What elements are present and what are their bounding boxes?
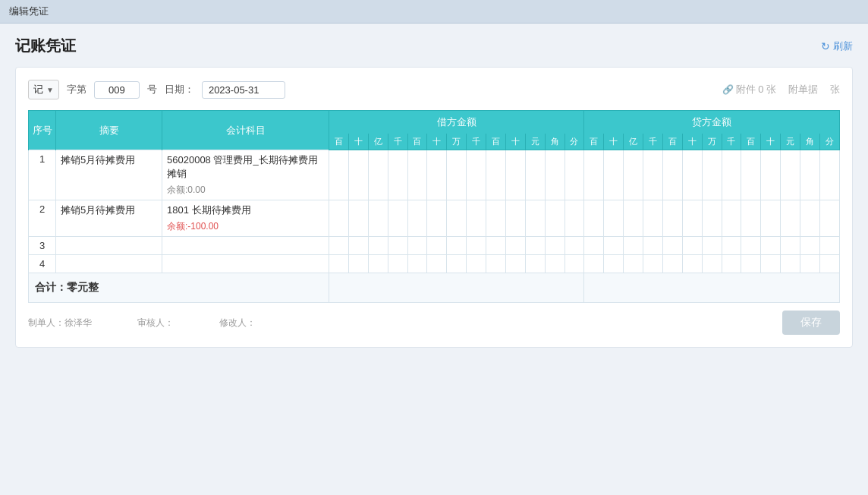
credit-cell[interactable] bbox=[819, 255, 839, 273]
credit-cell[interactable] bbox=[781, 237, 800, 255]
debit-cell[interactable] bbox=[486, 150, 506, 200]
credit-cell[interactable] bbox=[722, 200, 741, 237]
debit-cell[interactable] bbox=[545, 150, 565, 200]
debit-cell[interactable] bbox=[348, 150, 368, 200]
debit-cell[interactable] bbox=[447, 150, 467, 200]
credit-cell[interactable] bbox=[584, 150, 604, 200]
single-attachment-label[interactable]: 附单据 bbox=[788, 83, 818, 96]
credit-cell[interactable] bbox=[781, 150, 800, 200]
credit-cell[interactable] bbox=[741, 150, 761, 200]
credit-cell[interactable] bbox=[682, 200, 702, 237]
debit-cell[interactable] bbox=[467, 200, 486, 237]
debit-cell[interactable] bbox=[565, 150, 584, 200]
voucher-type-btn[interactable]: 记 ▼ bbox=[28, 80, 59, 99]
debit-cell[interactable] bbox=[447, 237, 467, 255]
credit-cell[interactable] bbox=[682, 255, 702, 273]
row-account[interactable] bbox=[162, 255, 329, 273]
credit-cell[interactable] bbox=[781, 255, 800, 273]
credit-cell[interactable] bbox=[741, 200, 761, 237]
row-summary[interactable] bbox=[56, 237, 162, 255]
attachment-link[interactable]: 🔗 附件 0 张 bbox=[722, 83, 776, 96]
debit-cell[interactable] bbox=[545, 255, 565, 273]
credit-cell[interactable] bbox=[682, 150, 702, 200]
credit-cell[interactable] bbox=[624, 150, 643, 200]
table-row[interactable]: 4 bbox=[29, 255, 840, 273]
credit-cell[interactable] bbox=[800, 150, 820, 200]
debit-cell[interactable] bbox=[565, 237, 584, 255]
credit-cell[interactable] bbox=[761, 150, 781, 200]
credit-cell[interactable] bbox=[761, 200, 781, 237]
debit-cell[interactable] bbox=[427, 255, 447, 273]
debit-cell[interactable] bbox=[368, 237, 388, 255]
credit-cell[interactable] bbox=[741, 255, 761, 273]
credit-cell[interactable] bbox=[643, 150, 663, 200]
debit-cell[interactable] bbox=[565, 255, 584, 273]
voucher-number-input[interactable] bbox=[94, 81, 140, 99]
row-account[interactable] bbox=[162, 237, 329, 255]
row-summary[interactable]: 摊销5月待摊费用 bbox=[56, 150, 162, 200]
credit-cell[interactable] bbox=[819, 200, 839, 237]
credit-cell[interactable] bbox=[604, 200, 624, 237]
debit-cell[interactable] bbox=[525, 255, 545, 273]
credit-cell[interactable] bbox=[604, 150, 624, 200]
debit-cell[interactable] bbox=[467, 237, 486, 255]
debit-cell[interactable] bbox=[348, 255, 368, 273]
debit-cell[interactable] bbox=[545, 237, 565, 255]
table-row[interactable]: 1摊销5月待摊费用56020008 管理费用_长期待摊费用摊销余额:0.00 bbox=[29, 150, 840, 200]
credit-cell[interactable] bbox=[624, 200, 643, 237]
row-summary[interactable] bbox=[56, 255, 162, 273]
credit-cell[interactable] bbox=[761, 237, 781, 255]
debit-cell[interactable] bbox=[329, 255, 349, 273]
date-input[interactable] bbox=[202, 81, 285, 99]
debit-cell[interactable] bbox=[447, 200, 467, 237]
credit-cell[interactable] bbox=[643, 200, 663, 237]
debit-cell[interactable] bbox=[505, 237, 525, 255]
debit-cell[interactable] bbox=[427, 150, 447, 200]
debit-cell[interactable] bbox=[388, 255, 407, 273]
credit-cell[interactable] bbox=[604, 255, 624, 273]
debit-cell[interactable] bbox=[565, 200, 584, 237]
credit-cell[interactable] bbox=[643, 255, 663, 273]
credit-cell[interactable] bbox=[800, 237, 820, 255]
debit-cell[interactable] bbox=[525, 237, 545, 255]
debit-cell[interactable] bbox=[505, 200, 525, 237]
debit-cell[interactable] bbox=[329, 237, 349, 255]
debit-cell[interactable] bbox=[486, 200, 506, 237]
credit-cell[interactable] bbox=[722, 150, 741, 200]
credit-cell[interactable] bbox=[800, 200, 820, 237]
row-account[interactable]: 1801 长期待摊费用余额:-100.00 bbox=[162, 200, 329, 237]
debit-cell[interactable] bbox=[505, 255, 525, 273]
debit-cell[interactable] bbox=[486, 255, 506, 273]
credit-cell[interactable] bbox=[702, 237, 722, 255]
credit-cell[interactable] bbox=[682, 237, 702, 255]
credit-cell[interactable] bbox=[624, 237, 643, 255]
credit-cell[interactable] bbox=[722, 237, 741, 255]
debit-cell[interactable] bbox=[329, 150, 349, 200]
credit-cell[interactable] bbox=[584, 200, 604, 237]
credit-cell[interactable] bbox=[819, 150, 839, 200]
credit-cell[interactable] bbox=[702, 200, 722, 237]
debit-cell[interactable] bbox=[407, 255, 427, 273]
table-row[interactable]: 3 bbox=[29, 237, 840, 255]
credit-cell[interactable] bbox=[584, 255, 604, 273]
debit-cell[interactable] bbox=[467, 255, 486, 273]
credit-cell[interactable] bbox=[741, 237, 761, 255]
debit-cell[interactable] bbox=[407, 200, 427, 237]
credit-cell[interactable] bbox=[624, 255, 643, 273]
debit-cell[interactable] bbox=[505, 150, 525, 200]
credit-cell[interactable] bbox=[781, 200, 800, 237]
debit-cell[interactable] bbox=[388, 200, 407, 237]
credit-cell[interactable] bbox=[662, 255, 682, 273]
credit-cell[interactable] bbox=[584, 237, 604, 255]
credit-cell[interactable] bbox=[722, 255, 741, 273]
credit-cell[interactable] bbox=[800, 255, 820, 273]
debit-cell[interactable] bbox=[368, 200, 388, 237]
credit-cell[interactable] bbox=[662, 237, 682, 255]
refresh-button[interactable]: ↻ 刷新 bbox=[821, 39, 853, 53]
debit-cell[interactable] bbox=[407, 237, 427, 255]
debit-cell[interactable] bbox=[388, 237, 407, 255]
debit-cell[interactable] bbox=[525, 150, 545, 200]
debit-cell[interactable] bbox=[348, 200, 368, 237]
row-summary[interactable]: 摊销5月待摊费用 bbox=[56, 200, 162, 237]
debit-cell[interactable] bbox=[348, 237, 368, 255]
